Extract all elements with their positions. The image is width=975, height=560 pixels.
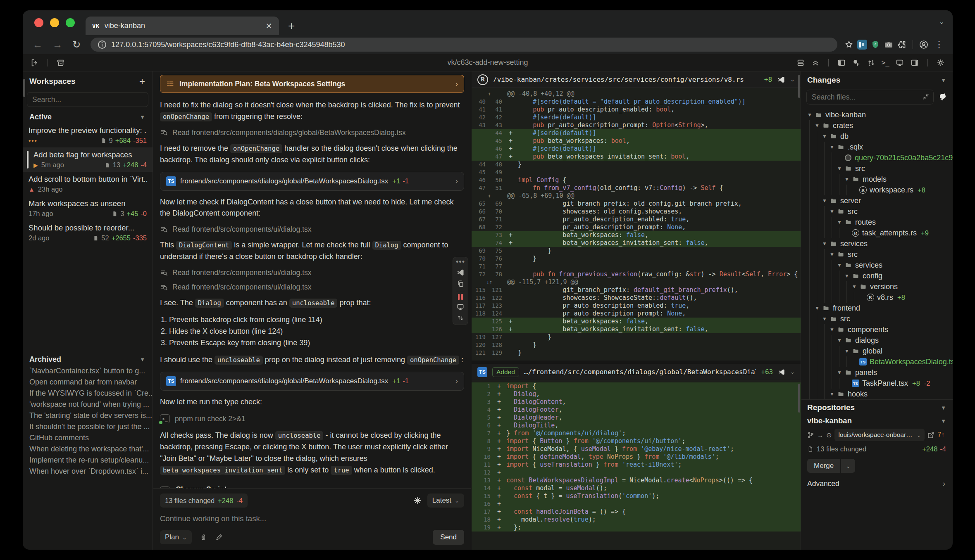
chevron-down-icon[interactable]: ▼ — [941, 405, 946, 411]
file-search-input[interactable] — [806, 90, 934, 104]
merge-button[interactable]: Merge — [807, 459, 840, 473]
archived-workspace-item[interactable]: Implement the re-run setup/cleanu... — [23, 455, 153, 466]
archived-workspace-item[interactable]: Open command bar from navbar — [23, 377, 153, 388]
forward-icon[interactable]: → — [49, 39, 66, 50]
camera-extension-icon[interactable] — [884, 40, 894, 50]
tree-folder-row[interactable]: ▼frontend — [801, 303, 953, 313]
left-panel-toggle-icon[interactable] — [837, 58, 846, 67]
collapse-all-icon[interactable] — [811, 58, 820, 67]
diff-scrollbar[interactable] — [798, 384, 800, 413]
right-panel-toggle-icon[interactable] — [910, 58, 919, 67]
archived-workspace-item[interactable]: It shouldn't be possible for just the ..… — [23, 421, 153, 432]
git-compare-icon[interactable] — [456, 314, 465, 322]
close-window-button[interactable] — [34, 18, 43, 27]
workspace-item[interactable]: Mark workspaces as unseen17h ago3+45-0 — [23, 196, 153, 221]
workspace-item[interactable]: Improve the preview functionality: ...••… — [23, 123, 153, 147]
tree-folder-row[interactable]: ▼config — [801, 271, 953, 281]
expand-hunk-icon[interactable]: ↓↑ — [472, 278, 507, 286]
tab-search-chevron-icon[interactable]: ⌄ — [939, 18, 944, 26]
tree-folder-row[interactable]: ▼routes — [801, 217, 953, 228]
settings-gear-icon[interactable] — [936, 58, 945, 67]
terminal-icon[interactable]: >_ — [882, 59, 889, 66]
tree-file-row[interactable]: Rtask_attempts.rs+9 — [801, 228, 953, 238]
tree-folder-row[interactable]: ▼panels — [801, 367, 953, 378]
tree-file-row[interactable]: Rv8.rs+8 — [801, 292, 953, 303]
minimize-window-button[interactable] — [50, 18, 59, 27]
reload-icon[interactable]: ↻ — [69, 39, 84, 50]
expand-hunk-icon[interactable]: ↕ — [472, 192, 507, 200]
archived-workspace-item[interactable]: If the WYSIWYG is focussed in `Cre... — [23, 388, 153, 399]
tool-read-row[interactable]: Read frontend/src/components/ui/dialog.t… — [160, 283, 464, 292]
send-button[interactable]: Send — [433, 530, 464, 545]
external-link-icon[interactable] — [927, 432, 934, 439]
tree-folder-row[interactable]: ▼services — [801, 238, 953, 249]
tree-folder-row[interactable]: ▼src — [801, 206, 953, 217]
version-dropdown[interactable]: Latest ⌄ — [427, 494, 464, 508]
merge-options-chevron[interactable]: ⌄ — [841, 459, 855, 473]
back-icon[interactable]: ← — [29, 39, 46, 50]
tool-read-row[interactable]: Read frontend/src/components/ui/dialog.t… — [160, 268, 464, 277]
tree-folder-row[interactable]: ▼services — [801, 260, 953, 271]
shapes-icon[interactable] — [852, 58, 861, 67]
tool-read-row[interactable]: Read frontend/src/components/dialogs/glo… — [160, 128, 464, 137]
collapse-chevron-icon[interactable]: ⌄ — [790, 369, 795, 375]
workspace-item[interactable]: Add beta flag for workspaces▶5m ago13+24… — [23, 147, 153, 172]
shield-extension-icon[interactable]: £ — [870, 40, 880, 50]
workspace-search-input[interactable] — [27, 92, 148, 107]
tree-file-row[interactable]: query-70b21c5c0a2ba5c21c9c1132f14a68 — [801, 152, 953, 163]
tree-folder-row[interactable]: ▼components — [801, 324, 953, 335]
files-changed-badge[interactable]: 13 files changed +248 -4 — [160, 494, 248, 508]
archive-icon[interactable] — [56, 58, 65, 67]
rows-layout-icon[interactable] — [796, 58, 805, 67]
browser-menu-icon[interactable]: ⋮ — [932, 39, 946, 50]
preview-monitor-icon[interactable] — [895, 58, 904, 67]
message-input[interactable] — [160, 514, 464, 523]
archived-workspace-item[interactable]: `NavbarContainer.tsx` button to g... — [23, 365, 153, 377]
tree-file-row[interactable]: Rworkspace.rs+8 — [801, 185, 953, 195]
tree-folder-row[interactable]: ▼src — [801, 163, 953, 174]
git-mascot-icon[interactable] — [938, 92, 948, 102]
terminal-command-row[interactable]: >_pnpm run check 2>&1 — [160, 414, 464, 423]
pause-agent-icon[interactable] — [458, 294, 463, 300]
tree-folder-row[interactable]: ▼models — [801, 174, 953, 185]
maximize-window-button[interactable] — [66, 18, 75, 27]
attachment-paperclip-icon[interactable] — [199, 533, 207, 541]
chevron-down-icon[interactable]: ▼ — [941, 77, 946, 83]
mode-dropdown[interactable]: Plan ⌄ — [160, 530, 192, 544]
diff-hunk-header[interactable]: ↑@@ -40,8 +40,12 @@ — [472, 90, 801, 98]
sidebar-scrollbar[interactable] — [23, 79, 25, 97]
expand-hunk-icon[interactable]: ↑ — [472, 90, 507, 98]
archived-workspace-item[interactable]: When deleting the workspace that'... — [23, 444, 153, 455]
vscode-icon[interactable] — [777, 76, 785, 84]
archived-workspace-item[interactable]: The 'starting' state of dev servers is..… — [23, 410, 153, 421]
new-tab-button[interactable]: + — [279, 17, 304, 35]
spark-icon[interactable] — [413, 496, 422, 505]
file-edit-chip[interactable]: TSfrontend/src/components/dialogs/global… — [160, 172, 464, 191]
vscode-icon[interactable] — [778, 368, 785, 376]
branch-dropdown[interactable]: louis/workspace-onboarding ⌄ — [834, 429, 925, 441]
cleanup-script-block[interactable]: >_Cleanup ScriptCompleted successfully — [160, 485, 464, 488]
collapse-tree-icon[interactable] — [922, 93, 930, 100]
extensions-puzzle-icon[interactable] — [897, 40, 907, 50]
profile-avatar-icon[interactable] — [919, 40, 929, 50]
tree-folder-row[interactable]: ▼.sqlx — [801, 142, 953, 152]
diff-hunk-header[interactable]: ↕@@ -65,8 +69,10 @@ — [472, 192, 801, 200]
site-info-icon[interactable] — [97, 40, 107, 50]
archived-workspace-item[interactable]: GitHub comments — [23, 432, 153, 444]
archived-workspace-item[interactable]: When hover over `Dropdown.tsx` i... — [23, 466, 153, 477]
pen-icon[interactable] — [215, 533, 223, 541]
tree-folder-row[interactable]: ▼src — [801, 313, 953, 324]
address-bar[interactable]: 127.0.0.1:57095/workspaces/c63c9fd6-dfb8… — [91, 38, 837, 52]
tree-folder-row[interactable]: ▼hooks — [801, 389, 953, 399]
more-options-icon[interactable]: ••• — [456, 260, 465, 266]
tree-folder-row[interactable]: ▼versions — [801, 281, 953, 292]
tree-folder-row[interactable]: ▼vibe-kanban — [801, 109, 953, 120]
bookmark-star-icon[interactable] — [844, 40, 854, 50]
tab-close-icon[interactable]: ✕ — [265, 21, 272, 31]
repository-row[interactable]: vibe-kanban ▼ — [801, 414, 953, 426]
tool-read-row[interactable]: Read frontend/src/components/ui/dialog.t… — [160, 225, 464, 234]
add-workspace-button[interactable]: + — [139, 76, 145, 87]
collapse-chevron-icon[interactable]: ⌄ — [790, 76, 795, 83]
vscode-icon[interactable] — [456, 268, 465, 277]
tree-file-row[interactable]: TSBetaWorkspacesDialog.tsx+63 — [801, 356, 953, 367]
